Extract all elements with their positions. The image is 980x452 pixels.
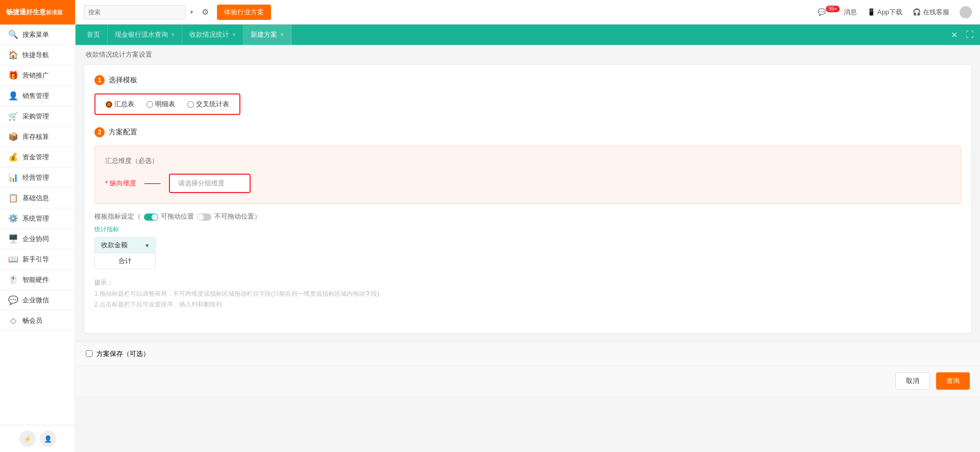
sidebar-item-inventory[interactable]: 📦 库存核算 [0, 127, 75, 147]
save-checkbox[interactable] [86, 350, 92, 357]
step2-number: 2 [94, 127, 105, 137]
radio-summary[interactable]: 汇总表 [106, 100, 134, 109]
stats-table: 收款金额 ▾ 合计 [94, 237, 156, 269]
tab-payment-stats[interactable]: 收款情况统计 × [182, 25, 243, 45]
user-avatar[interactable] [960, 6, 972, 18]
messages-button[interactable]: 💬 99+ 消息 [818, 8, 857, 17]
dimension-field-label: * 纵向维度 [105, 179, 136, 188]
radio-detail-label[interactable]: 明细表 [155, 100, 175, 109]
main-card: 1 选择模板 汇总表 明细表 交叉统计表 [84, 64, 972, 334]
sidebar-item-funds[interactable]: 💰 资金管理 [0, 147, 75, 168]
online-support-label: 在线客服 [923, 8, 949, 17]
settings-icon[interactable]: ⚙ [202, 7, 209, 17]
sidebar-item-sales[interactable]: 👤 销售管理 [0, 86, 75, 106]
support-icon: 🎧 [913, 8, 921, 16]
step1-section: 1 选择模板 汇总表 明细表 交叉统计表 [94, 75, 961, 115]
sidebar-item-basic-info[interactable]: 📋 基础信息 [0, 188, 75, 208]
sidebar-item-system[interactable]: ⚙️ 系统管理 [0, 208, 75, 229]
topbar-dropdown-arrow[interactable]: ▾ [190, 8, 193, 16]
radio-cross-stats-input[interactable] [187, 101, 194, 108]
stats-table-cell: 合计 [95, 253, 155, 269]
sidebar-item-label: 智能硬件 [22, 275, 49, 284]
metrics-label-text: 模板指标设定（ [94, 212, 141, 220]
sidebar-item-newbie[interactable]: 📖 新手引导 [0, 249, 75, 270]
online-support-button[interactable]: 🎧 在线客服 [913, 8, 949, 17]
breadcrumb: 收款情况统计方案设置 [76, 45, 980, 64]
tip1: 1.拖动标题栏可以调整布局，不可跨维度或指标区域拖动栏目字段(只能在同一维度或指… [94, 290, 379, 297]
expand-icon[interactable]: ⛶ [964, 30, 976, 39]
radio-detail-input[interactable] [146, 101, 153, 108]
sidebar-item-label: 资金管理 [22, 153, 49, 162]
member-icon: ◇ [8, 316, 18, 325]
radio-summary-input[interactable] [106, 101, 112, 108]
radio-cross-stats[interactable]: 交叉统计表 [187, 100, 229, 109]
stats-dropdown-arrow[interactable]: ▾ [145, 242, 149, 249]
tips-title: 提示： [94, 279, 113, 286]
sidebar-item-label: 企业协同 [22, 234, 49, 244]
app-name: 畅捷通好生意 [6, 8, 46, 16]
search-icon: 🔍 [8, 30, 18, 39]
metrics-toggle-indicator2 [197, 213, 211, 221]
app-download-button[interactable]: 📱 App下载 [867, 8, 902, 17]
download-icon: 📱 [867, 8, 875, 16]
step1-title: 选择模板 [109, 76, 137, 85]
save-option: 方案保存（可选） [76, 342, 980, 366]
search-input[interactable] [84, 5, 186, 19]
sidebar-item-hardware[interactable]: 🖱️ 智能硬件 [0, 270, 75, 290]
tab-cash-bank-close[interactable]: × [171, 31, 175, 38]
stats-table-header[interactable]: 收款金额 ▾ [95, 237, 155, 253]
breadcrumb-text: 收款情况统计方案设置 [86, 51, 152, 58]
cancel-button[interactable]: 取消 [895, 372, 930, 390]
sidebar-bottom-icon-1[interactable]: ⚡ [19, 431, 36, 447]
step2-section: 2 方案配置 汇总维度（必选） * 纵向维度 —— 请选择分组维度 [94, 127, 961, 311]
sidebar-item-label: 基础信息 [22, 194, 49, 203]
template-selection-box: 汇总表 明细表 交叉统计表 [94, 93, 240, 115]
sidebar-item-quick-nav[interactable]: 🏠 快捷导航 [0, 45, 75, 65]
edition-badge: 标准版 [46, 9, 63, 16]
tab-payment-stats-close[interactable]: × [232, 31, 236, 38]
sidebar-item-operations[interactable]: 📊 经营管理 [0, 168, 75, 188]
step1-header: 1 选择模板 [94, 75, 961, 85]
dimension-placeholder: 请选择分组维度 [178, 179, 225, 187]
radio-detail[interactable]: 明细表 [146, 100, 175, 109]
tab-cash-bank-flow[interactable]: 现金银行流水查询 × [108, 25, 182, 45]
tab-payment-stats-label: 收款情况统计 [189, 30, 229, 39]
messages-badge: 99+ [826, 6, 840, 12]
radio-summary-label[interactable]: 汇总表 [114, 100, 134, 109]
sidebar-item-enterprise-collab[interactable]: 🖥️ 企业协同 [0, 229, 75, 249]
sidebar-bottom: ⚡ 👤 [0, 425, 75, 452]
tab-cash-bank-label: 现金银行流水查询 [115, 30, 168, 39]
industry-plan-button[interactable]: 体验行业方案 [217, 5, 271, 20]
save-option-label[interactable]: 方案保存（可选） [96, 349, 150, 359]
clipboard-icon: 📋 [8, 193, 18, 203]
radio-cross-stats-label[interactable]: 交叉统计表 [196, 100, 229, 109]
app-download-label: App下载 [877, 8, 902, 17]
sidebar-item-label: 经营管理 [22, 173, 49, 182]
tab-new-plan-label: 新建方案 [251, 30, 277, 39]
sidebar-item-search-menu[interactable]: 🔍 搜索菜单 [0, 25, 75, 45]
stats-header-text: 收款金额 [101, 241, 128, 250]
query-button[interactable]: 查询 [936, 372, 970, 390]
dimension-arrow: —— [144, 179, 161, 188]
tab-new-plan[interactable]: 新建方案 × [243, 25, 291, 45]
home-icon: 🏠 [8, 50, 18, 60]
tab-home[interactable]: 首页 [80, 25, 108, 45]
metrics-section: 模板指标设定（ 可拖动位置 不可拖动位置） 统计指标 [94, 212, 961, 269]
sidebar-item-label: 销售管理 [22, 91, 49, 101]
sidebar-bottom-icon-2[interactable]: 👤 [40, 431, 56, 447]
main-content: ▾ ⚙ 体验行业方案 💬 99+ 消息 📱 App下载 🎧 在线客服 首页 [76, 0, 980, 452]
hardware-icon: 🖱️ [8, 275, 18, 284]
sidebar-item-marketing[interactable]: 🎁 营销推广 [0, 65, 75, 86]
step2-header: 2 方案配置 [94, 127, 961, 137]
sidebar-item-purchase[interactable]: 🛒 采购管理 [0, 106, 75, 127]
tab-new-plan-close[interactable]: × [280, 31, 284, 38]
sidebar-item-member[interactable]: ◇ 畅会员 [0, 311, 75, 331]
sidebar-item-label: 畅会员 [22, 316, 42, 325]
sidebar-item-wechat[interactable]: 💬 企业微信 [0, 290, 75, 311]
topbar: ▾ ⚙ 体验行业方案 💬 99+ 消息 📱 App下载 🎧 在线客服 [76, 0, 980, 25]
metrics-label: 模板指标设定（ 可拖动位置 不可拖动位置） [94, 212, 961, 221]
close-all-icon[interactable]: ✕ [949, 30, 960, 40]
page-area: 收款情况统计方案设置 1 选择模板 汇总表 明细表 [76, 45, 980, 452]
sidebar-item-label: 快捷导航 [22, 51, 49, 60]
dimension-select-box[interactable]: 请选择分组维度 [169, 174, 251, 193]
